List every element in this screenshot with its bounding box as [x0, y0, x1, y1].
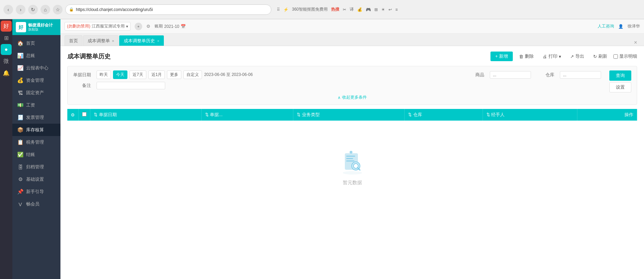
tabs-close-button[interactable]: × — [631, 40, 640, 46]
tab-cost-history[interactable]: 成本调整单历史 × — [119, 35, 163, 46]
date-today[interactable]: 今天 — [113, 70, 127, 79]
empty-state: 暂元数据 — [67, 121, 637, 213]
sidebar-icon-13: V — [17, 201, 23, 207]
date-range-text: 2023-06-06 至 2023-06-06 — [204, 72, 252, 78]
calendar-icon[interactable]: 📅 — [181, 24, 186, 29]
sidebar-item-3[interactable]: 💰资金管理 — [12, 74, 60, 87]
settings-button[interactable]: 设置 — [609, 82, 631, 92]
sidebar-label-4: 固定资产 — [26, 90, 44, 96]
display-columns-checkbox[interactable]: 显示明细 — [613, 53, 637, 59]
add-company-button[interactable]: + — [135, 23, 142, 30]
icon-rail-weibo[interactable]: 微 — [1, 56, 12, 67]
sidebar-item-9[interactable]: ✅结账 — [12, 148, 60, 161]
sidebar-icon-3: 💰 — [17, 77, 23, 83]
col-actions-label: 操作 — [624, 112, 633, 117]
date-more[interactable]: 更多 — [167, 70, 181, 79]
warehouse-label: 仓库 — [536, 72, 554, 78]
delete-button[interactable]: 🗑 删除 — [516, 52, 536, 61]
date-yesterday[interactable]: 昨天 — [97, 70, 111, 79]
svg-point-0 — [343, 171, 362, 175]
icon-rail-home[interactable]: ⊞ — [1, 32, 12, 43]
back-button[interactable]: ‹ — [3, 5, 13, 14]
goods-selector[interactable]: ... — [490, 71, 531, 79]
period-label: 账期 — [155, 23, 163, 29]
delete-icon: 🗑 — [519, 54, 523, 59]
select-all-checkbox[interactable] — [82, 112, 87, 116]
sidebar-item-0[interactable]: 🏠首页 — [12, 37, 60, 49]
collapse-button[interactable]: ∧ 收起更多条件 — [338, 94, 367, 100]
user-name[interactable]: 徐泽华 — [628, 23, 640, 29]
col-warehouse[interactable]: ⇅ 仓库 — [405, 109, 483, 121]
icon-rail-active[interactable]: ● — [1, 44, 12, 55]
col-operator[interactable]: ⇅ 经手人 — [483, 109, 577, 121]
game-icon: 🎮 — [366, 7, 371, 12]
sidebar-item-13[interactable]: V畅会员 — [12, 198, 60, 210]
tab-cost-history-label: 成本调整单历史 — [124, 38, 155, 44]
col-number-label: ⇅ 单据... — [205, 112, 223, 117]
sidebar-label-0: 首页 — [26, 40, 35, 46]
new-button[interactable]: + 新增 — [490, 52, 513, 61]
sidebar-label-6: 发票管理 — [26, 114, 44, 121]
top-bar-right: 人工咨询 👤 徐泽华 — [598, 23, 640, 29]
collapse-label: 收起更多条件 — [342, 94, 367, 100]
tab-cost-adjust[interactable]: 成本调整单 × — [83, 35, 118, 46]
sidebar-item-5[interactable]: 💵工资 — [12, 99, 60, 111]
print-button[interactable]: 🖨 打印 ▾ — [540, 52, 564, 61]
sidebar-icon-10: 🗄 — [17, 164, 23, 170]
sidebar-item-2[interactable]: 📈云报表中心 — [12, 62, 60, 74]
display-columns-input[interactable] — [613, 54, 618, 59]
date-custom[interactable]: 自定义 — [183, 70, 202, 79]
sidebar-item-11[interactable]: ⚙基础设置 — [12, 173, 60, 186]
sidebar-item-7[interactable]: 📦库存核算 — [12, 124, 60, 136]
col-gear[interactable]: ⚙ — [67, 109, 79, 121]
bookmark-button[interactable]: ☆ — [53, 5, 63, 14]
settings-gear-icon[interactable]: ⚙ — [146, 24, 150, 29]
date-7days[interactable]: 近7天 — [129, 70, 146, 79]
tab-cost-history-close[interactable]: × — [157, 39, 159, 43]
export-button[interactable]: ↗ 导出 — [567, 52, 587, 61]
tabs-bar: 首页 成本调整单 × 成本调整单历史 × × — [60, 34, 644, 46]
remark-input[interactable] — [97, 82, 165, 89]
col-date[interactable]: ⇅ 单据日期 — [90, 109, 202, 121]
support-label[interactable]: 人工咨询 — [598, 23, 614, 29]
sidebar-item-8[interactable]: 📋税务管理 — [12, 136, 60, 148]
sidebar-icon-11: ⚙ — [17, 176, 23, 182]
print-icon: 🖨 — [543, 54, 547, 59]
translate-icon: 译 — [350, 7, 354, 12]
col-number[interactable]: ⇅ 单据... — [201, 109, 293, 121]
forward-button[interactable]: › — [16, 5, 25, 14]
sidebar-item-12[interactable]: 📌新手引导 — [12, 186, 60, 198]
col-type[interactable]: ⇅ 业务类型 — [293, 109, 405, 121]
warehouse-selector[interactable]: ... — [560, 71, 601, 79]
page-actions: + 新增 🗑 删除 🖨 打印 ▾ ↗ 导出 ↻ — [490, 52, 637, 61]
undo-icon: ↩ — [388, 7, 392, 12]
sidebar-item-1[interactable]: 📊总账 — [12, 49, 60, 62]
date-1month[interactable]: 近1月 — [148, 70, 165, 79]
sidebar-menu: 🏠首页📊总账📈云报表中心💰资金管理🏗固定资产💵工资🧾发票管理📦库存核算📋税务管理… — [12, 35, 60, 279]
sidebar-item-6[interactable]: 🧾发票管理 — [12, 111, 60, 124]
search-label: 360智能抠图免费用 — [292, 7, 328, 12]
home-button[interactable]: ⌂ — [41, 5, 50, 14]
gear-icon[interactable]: ⚙ — [71, 112, 75, 118]
hot-label: 热搜 — [331, 7, 339, 12]
icon-rail-app[interactable]: 好 — [1, 21, 12, 32]
icon-rail-notify[interactable]: 🔔 — [1, 67, 12, 78]
col-checkbox[interactable] — [79, 109, 90, 121]
query-button[interactable]: 查询 — [609, 70, 631, 81]
refresh-button[interactable]: ↻ 刷新 — [590, 52, 610, 61]
company-warning: (勿删勿禁用) — [67, 23, 90, 29]
extension-grid-icon: ⠿ — [277, 7, 280, 12]
col-warehouse-label: ⇅ 仓库 — [408, 112, 422, 117]
sidebar-item-4[interactable]: 🏗固定资产 — [12, 87, 60, 99]
browser-extras: ⠿ ⚡ 360智能抠图免费用 热搜 ✂ 译 💰 🎮 ⊞ ☀ ↩ ≡ — [277, 7, 398, 12]
extension-bolt-icon: ⚡ — [283, 7, 289, 12]
sidebar-item-10[interactable]: 🗄归档管理 — [12, 161, 60, 173]
tab-home[interactable]: 首页 — [65, 35, 82, 46]
sidebar-label-10: 归档管理 — [26, 164, 44, 170]
url-bar[interactable]: 🔒 https://cloud.chanjet.com/accounting/u… — [65, 4, 271, 15]
filter-actions: 查询 设置 — [609, 70, 631, 92]
sidebar-icon-0: 🏠 — [17, 40, 23, 46]
refresh-button[interactable]: ↻ — [28, 5, 38, 14]
company-selector[interactable]: (勿删勿禁用) 江西服宝测试专用 ▾ — [65, 22, 131, 31]
tab-cost-adjust-close[interactable]: × — [112, 39, 114, 43]
